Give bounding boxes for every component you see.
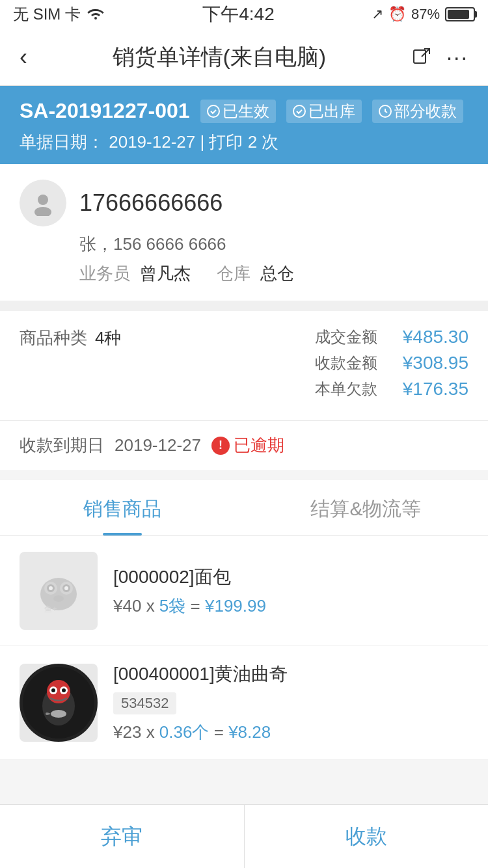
badge-partial: 部分收款	[372, 100, 463, 123]
nav-actions: ···	[411, 44, 468, 70]
due-date: 2019-12-27	[115, 435, 201, 455]
stats-left: 商品种类 4种	[20, 327, 121, 349]
tab-settlement[interactable]: 结算&物流等	[244, 480, 488, 536]
customer-name: 17666666666	[79, 189, 223, 217]
svg-rect-0	[414, 50, 426, 63]
product-sku-2: 534532	[113, 692, 176, 714]
customer-row: 17666666666	[20, 180, 468, 226]
banner-top: SA-20191227-001 已生效 已出库 部分收款	[20, 99, 468, 123]
back-button[interactable]: ‹	[20, 44, 27, 71]
stat-row-0: 成交金额 ¥485.30	[315, 327, 468, 347]
product-name-2: [000400001]黄油曲奇	[113, 662, 468, 686]
category-label: 商品种类	[20, 327, 87, 349]
battery-icon	[445, 7, 475, 21]
carrier-text: 无 SIM 卡	[13, 4, 81, 25]
time-text: 下午4:42	[202, 2, 275, 27]
product-price-2: ¥23 x 0.36个 = ¥8.28	[113, 721, 468, 744]
svg-point-5	[34, 207, 51, 216]
category-count: 4种	[95, 327, 121, 349]
warehouse-label: 仓库	[217, 264, 251, 283]
svg-point-2	[293, 105, 305, 117]
svg-point-4	[38, 195, 48, 205]
status-right: ↗ ⏰ 87%	[372, 6, 475, 23]
svg-point-21	[62, 688, 66, 692]
status-left: 无 SIM 卡	[13, 4, 105, 25]
stats-right: 成交金额 ¥485.30 收款金额 ¥308.95 本单欠款 ¥176.35	[315, 327, 468, 405]
battery-text: 87%	[411, 6, 440, 23]
bottom-bar: 弃审 收款	[0, 804, 488, 868]
overdue-badge: ! 已逾期	[211, 434, 284, 457]
stat-label-2: 本单欠款	[315, 379, 377, 400]
more-icon[interactable]: ···	[446, 44, 468, 70]
customer-detail: 张，156 6666 6666	[79, 233, 468, 256]
badge-shipped: 已出库	[286, 100, 362, 123]
salesman-value: 曾凡杰	[140, 264, 191, 283]
stat-row-1: 收款金额 ¥308.95	[315, 353, 468, 373]
tab-sales[interactable]: 销售商品	[0, 480, 244, 536]
divider-1	[0, 301, 488, 311]
due-label: 收款到期日	[20, 434, 104, 457]
share-icon[interactable]	[411, 44, 433, 70]
stat-label-1: 收款金额	[315, 353, 377, 373]
badge-effective: 已生效	[200, 100, 276, 123]
cancel-audit-button[interactable]: 弃审	[0, 805, 245, 868]
svg-text:鱼+: 鱼+	[44, 604, 57, 614]
product-thumb-2	[20, 664, 98, 742]
stat-row-2: 本单欠款 ¥176.35	[315, 379, 468, 400]
salesman-label: 业务员	[79, 264, 130, 283]
order-id: SA-20191227-001	[20, 99, 190, 123]
svg-point-13	[53, 595, 64, 602]
header-banner: SA-20191227-001 已生效 已出库 部分收款 单据日期： 2019-…	[0, 86, 488, 164]
product-name-1: [0000002]面包	[113, 565, 468, 590]
warehouse-value: 总仓	[260, 264, 294, 283]
overdue-text: 已逾期	[234, 434, 284, 457]
product-list: 鱼+ [0000002]面包 ¥40 x 5袋 = ¥199.99	[0, 536, 488, 760]
customer-section: 17666666666 张，156 6666 6666 业务员 曾凡杰 仓库 总…	[0, 164, 488, 301]
stat-label-0: 成交金额	[315, 327, 377, 347]
tabs-section: 销售商品 结算&物流等	[0, 480, 488, 536]
list-item: 鱼+ [0000002]面包 ¥40 x 5袋 = ¥199.99	[0, 536, 488, 646]
wifi-icon	[86, 5, 105, 23]
product-price-1: ¥40 x 5袋 = ¥199.99	[113, 595, 468, 617]
customer-meta: 业务员 曾凡杰 仓库 总仓	[79, 262, 468, 285]
collect-payment-button[interactable]: 收款	[245, 805, 489, 868]
alarm-icon: ⏰	[388, 6, 406, 23]
page-title: 销货单详情(来自电脑)	[113, 42, 327, 72]
stats-section: 商品种类 4种 成交金额 ¥485.30 收款金额 ¥308.95 本单欠款 ¥…	[0, 311, 488, 420]
svg-point-22	[51, 710, 66, 718]
svg-point-20	[51, 688, 55, 692]
due-section: 收款到期日 2019-12-27 ! 已逾期	[0, 421, 488, 470]
svg-point-12	[64, 586, 68, 590]
svg-point-11	[49, 586, 53, 590]
product-info-2: [000400001]黄油曲奇 534532 ¥23 x 0.36个 = ¥8.…	[113, 662, 468, 744]
status-bar: 无 SIM 卡 下午4:42 ↗ ⏰ 87%	[0, 0, 488, 29]
overdue-dot-icon: !	[211, 437, 230, 455]
stat-val-2: ¥176.35	[390, 379, 468, 400]
list-item: [000400001]黄油曲奇 534532 ¥23 x 0.36个 = ¥8.…	[0, 646, 488, 760]
svg-point-1	[208, 105, 219, 117]
stat-val-1: ¥308.95	[390, 353, 468, 373]
product-info-1: [0000002]面包 ¥40 x 5袋 = ¥199.99	[113, 565, 468, 617]
banner-sub: 单据日期： 2019-12-27 | 打印 2 次	[20, 131, 468, 154]
stat-val-0: ¥485.30	[390, 327, 468, 347]
nav-bar: ‹ 销货单详情(来自电脑) ···	[0, 29, 488, 86]
product-thumb-1: 鱼+	[20, 552, 98, 630]
location-icon: ↗	[372, 6, 383, 23]
avatar	[20, 180, 66, 226]
